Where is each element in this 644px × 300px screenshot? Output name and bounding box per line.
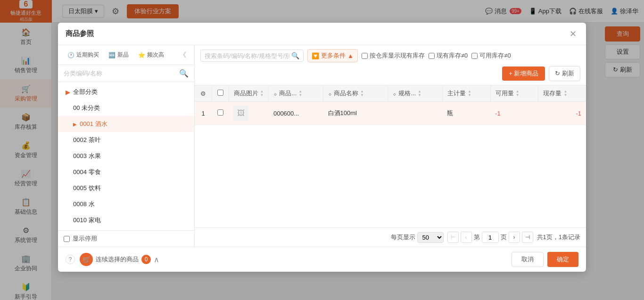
page-nav: ⊢ ‹ 第 页 › ⊣ bbox=[447, 232, 533, 243]
prev-page-button[interactable]: ‹ bbox=[461, 232, 472, 243]
cart-label: 连续选择的商品 bbox=[96, 255, 139, 264]
category-uncategorized[interactable]: 00 未分类 bbox=[58, 100, 194, 116]
cart-toggle-icon[interactable]: ∧ bbox=[154, 255, 159, 264]
th-name[interactable]: ⬦ 商品名称 ▲▼ bbox=[323, 85, 388, 102]
modal-overlay: 商品参照 ✕ 🕐 近期购买 🆕 新品 ⭐ 频次高 bbox=[0, 0, 644, 300]
warehouse-checkbox[interactable] bbox=[362, 53, 368, 59]
category-water-label: 0008 水 bbox=[73, 200, 95, 208]
row-checkbox[interactable] bbox=[217, 109, 223, 116]
tab-new-label: 新品 bbox=[117, 51, 129, 59]
td-spec bbox=[388, 102, 443, 125]
category-liquor[interactable]: ▶ 0001 酒水 bbox=[58, 116, 194, 132]
th-spec-label: ⬦ bbox=[393, 90, 396, 97]
tab-frequent[interactable]: ⭐ 频次高 bbox=[134, 49, 168, 61]
warehouse-checkbox-label[interactable]: 按仓库显示现有库存 bbox=[370, 51, 425, 60]
th-name-text: 商品名称 bbox=[334, 89, 358, 98]
table-row[interactable]: 1 🖼 000600... 白酒100ml bbox=[195, 102, 586, 125]
select-all-checkbox[interactable] bbox=[217, 90, 223, 96]
th-spec[interactable]: ⬦ 规格... ▲▼ bbox=[388, 85, 443, 102]
modal-header: 商品参照 ✕ bbox=[58, 23, 586, 45]
modal-body: 🕐 近期购买 🆕 新品 ⭐ 频次高 《 🔍 bbox=[58, 45, 586, 247]
stock-nonzero-checkbox[interactable] bbox=[429, 53, 435, 59]
show-disabled-label[interactable]: 显示停用 bbox=[73, 234, 97, 243]
td-image: 🖼 bbox=[229, 102, 269, 125]
table-body: 1 🖼 000600... 白酒100ml bbox=[195, 102, 586, 125]
tab-new[interactable]: 🆕 新品 bbox=[105, 49, 132, 61]
category-search-icon[interactable]: 🔍 bbox=[179, 69, 189, 78]
th-code[interactable]: ⬦ 商品... ▲▼ bbox=[269, 85, 323, 102]
left-footer: 显示停用 bbox=[58, 230, 194, 247]
td-unit: 瓶 bbox=[442, 102, 490, 125]
td-checkbox[interactable] bbox=[212, 102, 229, 125]
left-panel: 🕐 近期购买 🆕 新品 ⭐ 频次高 《 🔍 bbox=[58, 45, 195, 247]
th-code-label: ⬦ bbox=[273, 90, 277, 97]
product-search-input[interactable] bbox=[205, 52, 289, 59]
category-list: ▶ 全部分类 00 未分类 ▶ 0001 酒水 0002 茶叶 0003 水果 bbox=[58, 82, 194, 230]
new-product-button[interactable]: + 新增商品 bbox=[502, 67, 545, 81]
checkbox-stock-nonzero: 现有库存≠0 bbox=[429, 51, 468, 60]
category-water[interactable]: 0008 水 bbox=[58, 196, 194, 212]
confirm-button[interactable]: 确定 bbox=[547, 252, 578, 267]
collapse-button[interactable]: 《 bbox=[177, 50, 189, 61]
product-search-box: 🔍 bbox=[200, 50, 304, 62]
product-search-icon[interactable]: 🔍 bbox=[291, 52, 299, 59]
cancel-button[interactable]: 取消 bbox=[512, 252, 544, 267]
filter-label: 更多条件 bbox=[321, 51, 346, 60]
table-header: ⚙ 商品图片 ▲▼ bbox=[195, 85, 586, 102]
tab-recent-label: 近期购买 bbox=[76, 51, 99, 59]
product-table: ⚙ 商品图片 ▲▼ bbox=[195, 85, 586, 125]
next-page-button[interactable]: › bbox=[509, 232, 520, 243]
left-panel-tabs: 🕐 近期购买 🆕 新品 ⭐ 频次高 《 bbox=[58, 45, 194, 65]
category-search-input[interactable] bbox=[64, 70, 176, 77]
category-beverage[interactable]: 0005 饮料 bbox=[58, 180, 194, 196]
th-settings[interactable]: ⚙ bbox=[195, 85, 212, 102]
right-toolbar: 🔍 🔽 更多条件 ▲ 按仓库显示现有库存 现有库存≠0 bbox=[195, 45, 586, 85]
modal-footer: ? 🛒 连续选择的商品 0 ∧ 取消 确定 bbox=[58, 247, 586, 272]
footer-actions: 取消 确定 bbox=[512, 252, 578, 267]
product-reference-modal: 商品参照 ✕ 🕐 近期购买 🆕 新品 ⭐ 频次高 bbox=[58, 23, 586, 272]
th-unit[interactable]: 主计量 ▲▼ bbox=[442, 85, 490, 102]
td-stock: -1 bbox=[538, 102, 586, 125]
tab-recent[interactable]: 🕐 近期购买 bbox=[64, 49, 103, 61]
cart-area: 🛒 连续选择的商品 0 ∧ bbox=[80, 253, 159, 266]
category-fruit[interactable]: 0003 水果 bbox=[58, 148, 194, 164]
category-appliance[interactable]: 0010 家电 bbox=[58, 212, 194, 228]
available-nonzero-label[interactable]: 可用库存≠0 bbox=[479, 51, 511, 60]
new-icon: 🆕 bbox=[108, 52, 116, 58]
refresh-button[interactable]: ↻ 刷新 bbox=[549, 66, 580, 81]
category-appliance-label: 0010 家电 bbox=[73, 216, 101, 225]
category-snack[interactable]: 0004 零食 bbox=[58, 164, 194, 180]
expand-icon: ▶ bbox=[66, 89, 70, 96]
last-page-button[interactable]: ⊣ bbox=[522, 232, 533, 243]
recent-icon: 🕐 bbox=[67, 52, 74, 58]
toolbar-right: + 新增商品 ↻ 刷新 bbox=[502, 66, 580, 81]
first-page-button[interactable]: ⊢ bbox=[447, 232, 459, 243]
category-tea[interactable]: 0002 茶叶 bbox=[58, 132, 194, 148]
th-stock[interactable]: 现存量 ▲▼ bbox=[538, 85, 586, 102]
th-unit-text: 主计量 bbox=[447, 89, 466, 98]
available-nonzero-checkbox[interactable] bbox=[471, 53, 478, 59]
td-seq: 1 bbox=[195, 102, 212, 125]
modal-close-button[interactable]: ✕ bbox=[567, 28, 578, 40]
show-disabled-checkbox[interactable] bbox=[64, 236, 70, 242]
th-stock-text: 现存量 bbox=[543, 89, 561, 98]
page-total: 共1页，1条记录 bbox=[537, 233, 580, 242]
checkbox-warehouse: 按仓库显示现有库存 bbox=[362, 51, 425, 60]
stock-nonzero-label[interactable]: 现有库存≠0 bbox=[437, 51, 468, 60]
td-code: 000600... bbox=[269, 102, 323, 125]
th-available[interactable]: 可用量 ▲▼ bbox=[490, 85, 538, 102]
per-page-select[interactable]: 50 10 20 100 bbox=[417, 232, 444, 243]
td-name: 白酒100ml bbox=[323, 102, 388, 125]
th-spec-text: 规格... bbox=[398, 89, 416, 98]
filter-button[interactable]: 🔽 更多条件 ▲ bbox=[307, 49, 358, 62]
filter-toggle-icon: ▲ bbox=[347, 52, 354, 59]
th-name-label: ⬦ bbox=[328, 90, 332, 97]
th-code-text: 商品... bbox=[279, 89, 297, 98]
cart-count: 0 bbox=[141, 255, 151, 264]
help-button[interactable]: ? bbox=[66, 255, 75, 264]
th-checkbox bbox=[212, 85, 229, 102]
category-all[interactable]: ▶ 全部分类 bbox=[58, 84, 194, 100]
active-arrow: ▶ bbox=[73, 122, 77, 127]
category-search: 🔍 bbox=[58, 65, 194, 82]
page-input[interactable] bbox=[482, 232, 499, 243]
